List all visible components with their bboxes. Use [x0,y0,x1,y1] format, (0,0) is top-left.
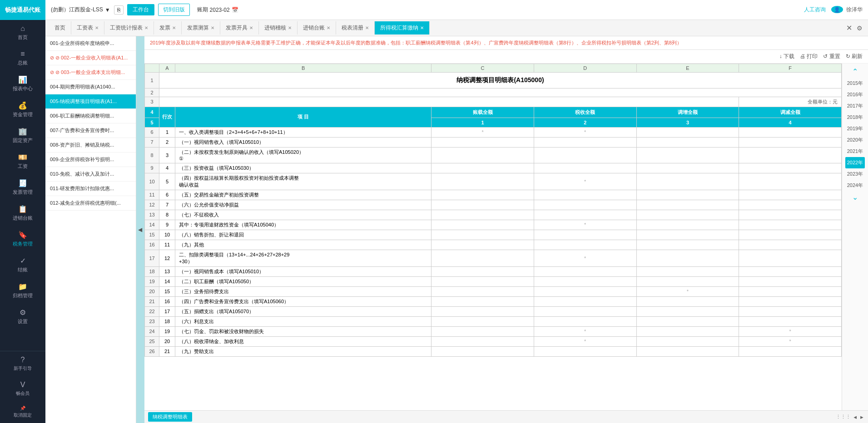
table-row[interactable]: 1510（八）销售折扣、折让和退回 [145,230,842,240]
table-row[interactable]: 149 其中：专项用途财政性资金（填写A105040）* [145,220,842,230]
table-row[interactable]: 116（五）交易性金融资产初始投资调整 [145,190,842,200]
table-row[interactable]: 1纳税调整项目明细表(A105000) [145,72,842,88]
table-row[interactable]: 2419（七）罚金、罚款和被没收财物的损失** [145,326,842,336]
reset-button[interactable]: ↺ 重置 [823,53,840,60]
workspace-button[interactable]: 工作台 [127,4,154,15]
fixed-icon: 🏢 [18,127,27,136]
tab-close-purchase-ledger[interactable]: ✕ [327,25,330,30]
year-item-2018[interactable]: 2018年 [845,112,865,123]
left-panel-item-008[interactable]: 008-资产折旧、摊销及纳税... [45,138,136,152]
table-row[interactable]: 2116（四）广告费和业务宣传费支出（填写A105060） [145,296,842,306]
sidebar-item-settings[interactable]: ⚙设置 [0,304,45,330]
sidebar-item-fixed[interactable]: 🏢固定资产 [0,123,45,148]
left-panel-item-007[interactable]: 007-广告费和业务宣传费时... [45,123,136,138]
bottom-tab-tax-adjust[interactable]: 纳税调整明细表 [148,412,192,422]
table-row[interactable]: 127（六）公允价值变动净损益 [145,200,842,210]
table-row[interactable]: 1611（九）其他 [145,240,842,250]
tab-salary[interactable]: 工资表✕ [71,21,104,34]
sidebar-item-invoice[interactable]: 🧾发票管理 [0,174,45,200]
tab-close-income-tax[interactable]: ✕ [420,25,424,30]
sidebar-item-assets[interactable]: 💰资金管理 [0,97,45,123]
refresh-button[interactable]: ↻ 刷新 [846,53,863,60]
service-link[interactable]: 人工咨询 [804,6,826,14]
table-row[interactable]: 2318（六）利息支出 [145,316,842,326]
sidebar-pin[interactable]: 📌 取消固定 [0,401,45,423]
tab-close-tax-clear[interactable]: ✕ [365,25,369,30]
sidebar-item-home[interactable]: ⌂首页 [0,20,45,45]
table-row[interactable]: 105（四）按权益法核算长期股权投资对初始投资成本调整 确认收益* [145,173,842,190]
print-button[interactable]: 🖨 打印 [800,53,818,60]
year-item-2017[interactable]: 2017年 [845,100,865,112]
table-row[interactable]: 1712二、扣除类调整项目（13+14+...24+26+27+28+29 +3… [145,250,842,266]
year-item-2024[interactable]: 2024年 [845,180,865,191]
copy-button[interactable]: ⎘ [114,5,124,15]
tab-close-salary-report[interactable]: ✕ [144,25,148,30]
table-row[interactable]: 61一、收入类调整项目（2+3+4+5+6+7+8+10+11）** [145,127,842,137]
table-row[interactable]: 1914（二）职工薪酬（填写A105050） [145,276,842,286]
year-item-2019[interactable]: 2019年 [845,123,865,134]
left-panel-item-011[interactable]: 011-研发费用加计扣除优惠... [45,182,136,196]
left-panel-item-005[interactable]: 005-纳税调整项目明细表(A1... [45,94,136,109]
tab-close-invoice-calc[interactable]: ✕ [211,25,214,30]
tab-home[interactable]: 首页 [49,21,71,34]
table-row: ABCDEF [145,64,842,72]
year-up-btn[interactable]: ⌃ [850,65,860,78]
sheet-content[interactable]: ABCDEF1纳税调整项目明细表(A105000)23全额单位：元4行次项 目账… [144,64,842,411]
left-panel-item-012[interactable]: 012-减免企业所得税优惠明细(... [45,196,136,211]
year-down-btn[interactable]: ⌄ [850,191,860,203]
table-row[interactable]: 138（七）不征税收入 [145,210,842,220]
year-item-2016[interactable]: 2016年 [845,89,865,100]
tab-income-tax[interactable]: 所得税汇算缴纳✕ [375,21,430,34]
tab-salary-report[interactable]: 工资统计报表✕ [104,21,154,34]
tab-invoice-open[interactable]: 发票开具✕ [220,21,259,34]
left-panel-item-001[interactable]: 001-企业所得税年度纳税申... [45,36,136,51]
left-panel-item-002[interactable]: ⊘ 002-一般企业收入明细表(A1... [45,51,136,65]
tab-purchase-ledger[interactable]: 进销台账✕ [298,21,336,34]
sidebar-item-report[interactable]: 📊报表中心 [0,71,45,97]
tab-close-purchase-check[interactable]: ✕ [288,25,292,30]
tab-purchase-check[interactable]: 进销稽核✕ [259,21,298,34]
table-row[interactable]: 94（三）投资收益（填写A105030） [145,163,842,173]
sidebar-item-member[interactable]: V畅会员 [0,376,45,401]
year-item-2023[interactable]: 2023年 [845,168,865,180]
left-panel-item-009[interactable]: 009-企业所得税弥补亏损明... [45,152,136,167]
table-row[interactable]: 72（一）视同销售收入（填写A105010） [145,137,842,147]
table-row[interactable]: 2621（九）赞助支出 [145,346,842,356]
sidebar-item-guide[interactable]: ?新手引导 [0,351,45,376]
sidebar-item-tax[interactable]: 🔖税务管理 [0,226,45,252]
table-row[interactable]: 83（二）未按权责发生制原则确认的收入（填写A105020） ① [145,147,842,163]
tab-close-salary[interactable]: ✕ [95,25,99,30]
table-row[interactable]: 3全额单位：元 [145,97,842,107]
year-item-2022[interactable]: 2022年 [845,157,865,168]
company-selector[interactable]: (勿删）江西股金-LSS ▼ [51,6,110,14]
switch-button[interactable]: 切到旧版 [158,4,190,16]
tab-invoice-calc[interactable]: 发票测算✕ [182,21,220,34]
sidebar-item-settlement[interactable]: ✓结账 [0,252,45,278]
left-panel-item-006[interactable]: 006-职工薪酬纳税调整明细... [45,109,136,123]
sidebar-item-archive[interactable]: 📁归档管理 [0,278,45,304]
table-row[interactable]: 2520（八）税收滞纳金、加收利息** [145,336,842,346]
left-panel-item-003[interactable]: ⊘ 003-一般企业成本支出明细... [45,65,136,80]
notice-bar: 2019年度涉及取以前年度继续数据的申报表单元格需要手工维护正确，才能保证本年及… [144,36,868,50]
tab-invoice[interactable]: 发票✕ [154,21,182,34]
year-item-2020[interactable]: 2020年 [845,134,865,146]
download-button[interactable]: ↓ 下载 [779,53,794,60]
year-item-2021[interactable]: 2021年 [845,146,865,157]
collapse-button[interactable]: ◀ [136,36,144,423]
sidebar-item-purchase[interactable]: 📋进销台账 [0,200,45,226]
table-row[interactable]: 2015（三）业务招待费支出* [145,286,842,296]
table-row[interactable]: 1813（一）视同销售成本（填写A105010） [145,266,842,276]
table-row[interactable]: 2217（五）捐赠支出（填写A105070） [145,306,842,316]
tabbar-settings-icon[interactable]: ⚙ [855,25,864,32]
tab-close-invoice-open[interactable]: ✕ [249,25,253,30]
tab-tax-clear[interactable]: 税表清册✕ [336,21,375,34]
left-panel-item-004[interactable]: 004-期间费用明细表(A1040... [45,80,136,94]
sidebar-item-salary[interactable]: 💴工资 [0,148,45,174]
tabbar-close-btn[interactable]: ✕ [843,24,855,32]
sidebar-item-ledger[interactable]: ≡总账 [0,45,45,71]
year-item-2015[interactable]: 2015年 [845,78,865,89]
tab-close-invoice[interactable]: ✕ [172,25,176,30]
table-row[interactable]: 2 [145,88,842,97]
calendar-icon[interactable]: 📅 [232,7,238,13]
left-panel-item-010[interactable]: 010-免税、减计收入及加计... [45,167,136,182]
